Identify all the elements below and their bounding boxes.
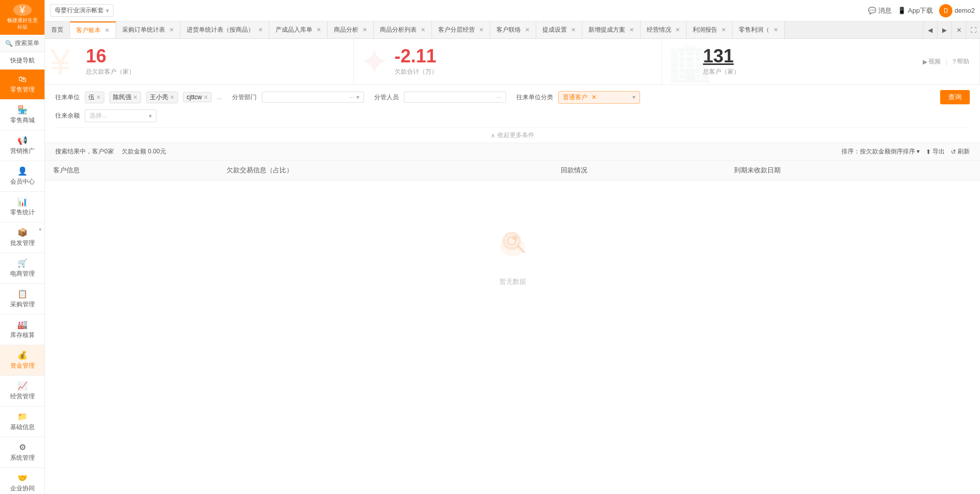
tab-customer-account-close[interactable]: ✕ [105,27,109,34]
sidebar-search-btn[interactable]: 🔍 搜索菜单 [0,35,44,52]
tab-profit-report-close[interactable]: ✕ [721,27,726,33]
tab-retail-profit[interactable]: 零售利润（ ✕ [733,21,785,39]
sidebar-item-marketing[interactable]: 📢 营销推广 [0,130,44,161]
filter-tag-wang-remove[interactable]: ✕ [170,94,174,101]
tab-close-all-btn[interactable]: ✕ [951,21,966,39]
sidebar-item-ecommerce[interactable]: 🛒 电商管理 [0,253,44,284]
tab-stock-stat[interactable]: 进货单统计表（按商品） ✕ [180,21,269,39]
sidebar-item-retail-manage[interactable]: 🛍 零售管理 [0,70,44,100]
result-amount-text: 欠款金额 0.00元 [122,148,166,155]
filter-balance-select[interactable]: 选择... ▾ [85,109,156,122]
sidebar-item-inventory[interactable]: 🏭 库存核算 [0,315,44,345]
refresh-btn[interactable]: ↺ 刷新 [951,147,970,156]
filter-tag-chen-remove[interactable]: ✕ [133,94,138,101]
filter-dept-select[interactable]: ··· ▾ [262,92,364,103]
tab-operation-status-label: 经营情况 [647,26,671,34]
filter-unit-category-remove[interactable]: ✕ [591,94,597,101]
message-icon: 💬 [868,7,876,14]
tab-customer-tier[interactable]: 客户分层经营 ✕ [432,21,490,39]
tab-new-commission-close[interactable]: ✕ [629,27,634,33]
query-button[interactable]: 查询 [940,90,970,104]
account-selector-chevron: ▾ [106,7,109,14]
table-container: 客户信息 欠款交易信息（占比） 回款情况 到期未收款日期 [45,161,980,327]
tab-fullscreen-btn[interactable]: ⛶ [966,21,980,39]
tab-product-inbound[interactable]: 产成品入库单 ✕ [269,21,328,39]
filter-more-btn[interactable]: ... [217,94,222,101]
video-label: 视频 [928,57,941,66]
sidebar-item-member[interactable]: 👤 会员中心 [0,161,44,192]
tab-purchase-order-stat[interactable]: 采购订单统计表 ✕ [116,21,180,39]
tab-customer-account[interactable]: 客户账本 ✕ [70,21,116,39]
tab-customer-contact-close[interactable]: ✕ [525,27,530,33]
filter-tag-cjttcw: cjttcw ✕ [183,92,212,102]
sidebar-item-inventory-label: 库存核算 [10,331,35,340]
tab-product-analysis-list-close[interactable]: ✕ [421,27,425,33]
tab-commission-setting-close[interactable]: ✕ [571,27,576,33]
table-body: 暂无数据 [45,181,980,328]
tab-prev-btn[interactable]: ◀ [923,21,937,39]
member-icon: 👤 [17,166,28,176]
sidebar-item-operation[interactable]: 📈 经营管理 [0,376,44,407]
export-btn[interactable]: ⬆ 导出 [926,147,945,156]
refresh-label: 刷新 [958,147,970,156]
filter-person-select[interactable]: ··· [404,92,506,103]
tab-purchase-order-stat-close[interactable]: ✕ [169,27,174,33]
video-btn[interactable]: ▶ 视频 [923,57,941,66]
tab-home[interactable]: 首页 [45,21,70,39]
tab-customer-tier-close[interactable]: ✕ [479,27,484,33]
stats-bar: ¥ 16 总欠款客户（家） ✦ -2.11 欠款合计（万） 🏢 131 [45,39,980,85]
col-customer-info: 客户信息 [45,161,218,181]
sidebar-item-purchase[interactable]: 📋 采购管理 [0,284,44,315]
tab-product-analysis-list[interactable]: 商品分析列表 ✕ [374,21,432,39]
tab-stock-stat-close[interactable]: ✕ [258,27,263,33]
sort-chevron[interactable]: ▾ [917,148,920,155]
user-avatar[interactable]: D demo2 [939,4,975,17]
tab-profit-report-label: 利润报告 [693,26,717,34]
sidebar-item-retail-mall[interactable]: 🏪 零售商城 [0,100,44,130]
message-btn[interactable]: 💬 消息 [868,6,892,15]
sidebar-item-retail-stat[interactable]: 📊 零售统计 [0,192,44,222]
filter-row-1: 往来单位 伍 ✕ 陈民强 ✕ 王小亮 ✕ cjttcw ✕ ... [55,90,970,104]
sidebar-item-operation-label: 经营管理 [10,392,35,401]
tab-profit-report[interactable]: 利润报告 ✕ [687,21,733,39]
sidebar-item-basic-info[interactable]: 📁 基础信息 [0,407,44,437]
filter-tag-cjttcw-remove[interactable]: ✕ [203,94,208,101]
tab-commission-setting[interactable]: 提成设置 ✕ [536,21,582,39]
sidebar-item-wholesale-label: 批发管理 [10,239,35,248]
filter-unit-category-select[interactable]: 普通客户 ✕ ▾ [558,91,640,104]
tab-retail-profit-close[interactable]: ✕ [773,27,778,33]
result-summary-text: 搜索结果中，客户0家 [55,148,114,155]
tab-operation-status[interactable]: 经营情况 ✕ [641,21,687,39]
sidebar-fast-nav[interactable]: 快捷导航 [0,52,44,70]
app-download-btn[interactable]: 📱 App下载 [898,6,933,15]
tab-product-inbound-close[interactable]: ✕ [316,27,321,33]
tab-product-analysis-close[interactable]: ✕ [362,27,367,33]
tab-new-commission[interactable]: 新增提成方案 ✕ [582,21,641,39]
filter-collapse-btn[interactable]: ∧ 收起更多条件 [55,127,970,143]
sidebar-item-system[interactable]: ⚙ 系统管理 [0,437,44,468]
empty-text: 暂无数据 [499,277,526,286]
export-icon: ⬆ [926,148,931,155]
sidebar-item-finance-label: 资金管理 [10,362,35,370]
tab-product-analysis[interactable]: 商品分析 ✕ [328,21,374,39]
tab-next-btn[interactable]: ▶ [937,21,951,39]
logo-icon: ¥ [13,4,32,16]
help-btn[interactable]: ? 帮助 [952,57,969,66]
logo-version: 标版 [17,24,28,31]
export-label: 导出 [932,147,945,156]
sidebar-item-wholesale[interactable]: 📦 批发管理 ▾ [0,222,44,253]
tab-customer-contact[interactable]: 客户联络 ✕ [490,21,536,39]
col-repayment: 回款情况 [553,161,726,181]
stat-overdue-amount: -2.11 [395,47,438,65]
sidebar-item-enterprise-coop[interactable]: 🤝 企业协同 [0,468,44,494]
purchase-icon: 📋 [17,289,28,299]
tab-operation-status-close[interactable]: ✕ [675,27,680,33]
system-icon: ⚙ [19,442,26,452]
sidebar-item-finance[interactable]: 💰 资金管理 [0,345,44,376]
filter-tag-wu: 伍 ✕ [85,92,104,103]
account-selector[interactable]: 母婴行业演示帐套 ▾ [50,4,113,17]
sidebar-item-enterprise-coop-label: 企业协同 [10,484,35,493]
sidebar-item-system-label: 系统管理 [10,454,35,462]
filter-tag-wu-remove[interactable]: ✕ [96,94,101,101]
table-head: 客户信息 欠款交易信息（占比） 回款情况 到期未收款日期 [45,161,980,181]
